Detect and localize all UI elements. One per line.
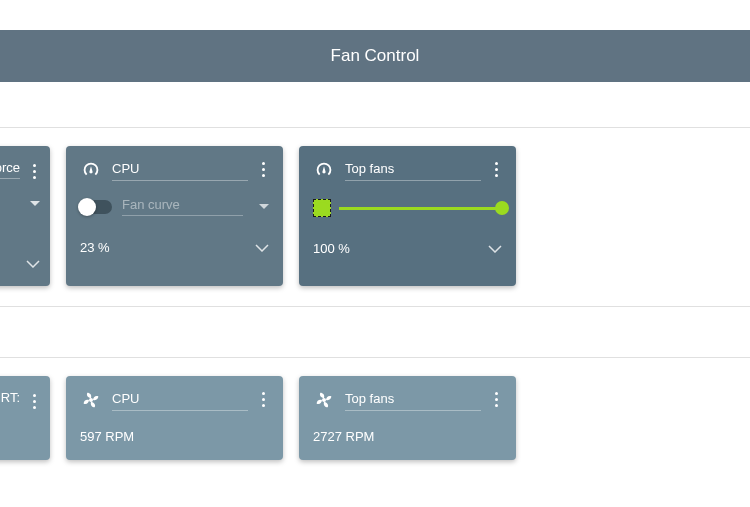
card-title-field[interactable]: CPU	[112, 159, 248, 181]
dropdown-arrow-icon[interactable]	[259, 204, 269, 210]
more-icon[interactable]	[258, 158, 269, 181]
more-icon[interactable]	[491, 158, 502, 181]
percent-value: 100 %	[313, 241, 350, 256]
control-card-partial: orce	[0, 146, 50, 286]
gauge-icon	[313, 159, 335, 181]
chevron-down-icon[interactable]	[26, 254, 40, 272]
rpm-value: 597 RPM	[80, 429, 269, 444]
card-title: Top fans	[345, 391, 394, 406]
fan-icon	[313, 389, 335, 411]
svg-point-1	[322, 397, 326, 401]
partial-card-label: orce	[0, 160, 20, 175]
curve-toggle[interactable]	[80, 200, 112, 214]
app-title: Fan Control	[331, 46, 420, 66]
control-card-cpu: CPU Fan curve 23 %	[66, 146, 283, 286]
svg-point-0	[89, 397, 93, 401]
card-title: Top fans	[345, 161, 394, 176]
rpm-value: 2727 RPM	[313, 429, 502, 444]
chevron-down-icon[interactable]	[255, 238, 269, 256]
app-header: Fan Control	[0, 30, 750, 82]
fan-curve-select[interactable]: Fan curve	[122, 197, 243, 216]
card-title: CPU	[112, 391, 139, 406]
more-icon[interactable]	[258, 388, 269, 411]
speed-card-partial: e RT:	[0, 376, 50, 460]
control-card-topfans: Top fans 100 %	[299, 146, 516, 286]
partial-card-label: e RT:	[0, 390, 20, 405]
fan-icon	[80, 389, 102, 411]
chevron-down-icon[interactable]	[488, 239, 502, 257]
gauge-icon	[80, 159, 102, 181]
dropdown-arrow-icon[interactable]	[30, 201, 40, 207]
fan-speed-row: e RT: CPU 597 RPM Top fans 2727 RPM	[0, 357, 750, 480]
card-title-field[interactable]: Top fans	[345, 389, 481, 411]
card-title-field[interactable]: CPU	[112, 389, 248, 411]
card-title: CPU	[112, 161, 139, 176]
percent-value: 23 %	[80, 240, 110, 255]
speed-card-topfans: Top fans 2727 RPM	[299, 376, 516, 460]
speed-card-cpu: CPU 597 RPM	[66, 376, 283, 460]
slider-thumb[interactable]	[495, 201, 509, 215]
more-icon[interactable]	[491, 388, 502, 411]
more-icon[interactable]	[29, 390, 40, 413]
more-icon[interactable]	[29, 160, 40, 183]
speed-slider[interactable]	[339, 207, 502, 210]
fan-control-row: orce CPU Fan curve	[0, 127, 750, 307]
card-title-field[interactable]: Top fans	[345, 159, 481, 181]
slider-enable-checkbox[interactable]	[313, 199, 331, 217]
